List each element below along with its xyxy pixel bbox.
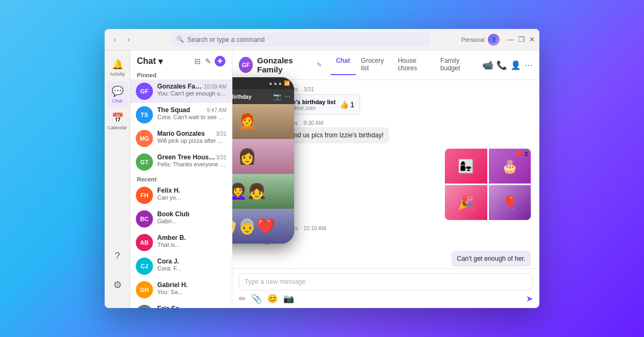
phone-signal: ▲▲▲ 📶 [268,80,290,86]
sidebar-item-calendar[interactable]: 📅 Calendar [107,108,128,134]
search-icon: 🔍 [177,36,184,43]
chat-item-felix[interactable]: FH Felix H. Can yo... [130,184,232,207]
phone-more-icon[interactable]: ⋯ [284,93,291,100]
chat-item-green-tree[interactable]: GT Green Tree House PTA 3/31 Felix: Than… [130,150,232,174]
calendar-icon: 📅 [112,112,123,124]
help-icon: ? [114,251,120,262]
chat-avatar-squad: TS [136,106,153,123]
chat-item-eric[interactable]: ES Eric So... Eric: C... [130,302,232,308]
sidebar-item-chat[interactable]: 💬 Chat [107,82,128,107]
minimize-button[interactable]: — [507,35,514,43]
chat-icon: 💬 [112,85,123,97]
message-input[interactable]: Type a new message [239,273,533,290]
nav-forward-button[interactable]: › [123,34,135,46]
video-cell-2: 👩 Cora J. [232,139,294,174]
video-cell-3: 👩‍🦱👧 Ashley U. [232,174,294,209]
phone-chat-title: Izabel's Birthday [232,94,252,100]
tab-chat[interactable]: Chat [331,55,356,75]
msg-body-3: 👩‍👧 🎂 🎉 🎈 ❤️ 3 [445,149,531,220]
video-person-4: 👴👵❤️ [232,209,294,244]
chat-avatar-amber: AB [136,234,153,251]
photo-cell-4: 🎈 [489,185,531,220]
tab-budget[interactable]: Family budget [435,55,478,75]
like-badge: 👍 1 [340,100,354,109]
chat-item-greentree-content: Green Tree House PTA 3/31 Felix: Thanks … [157,153,226,167]
close-button[interactable]: ✕ [529,35,535,43]
msg-body-5: Can't get enough of her. [451,251,531,267]
chat-avatar-greentree: GT [136,153,153,171]
add-people-button[interactable]: 👤 [510,60,521,70]
phone-status-bar: 10:10 ▲▲▲ 📶 [232,77,294,89]
thumbs-up-icon: 👍 [340,100,349,109]
chat-list-header: Chat ▾ ⊟ ✎ ✚ [130,50,232,70]
compose-button[interactable]: ✚ [215,56,225,67]
chat-item-the-squad[interactable]: TS The Squad 9:47 AM Cora: Can't wait to… [130,103,232,127]
chat-item-cora[interactable]: CJ Cora J. Cora: F... [130,254,232,278]
activity-icon: 🔔 [112,58,123,70]
emoji-button[interactable]: 😊 [267,294,278,304]
sidebar-item-activity[interactable]: 🔔 Activity [107,55,128,80]
phone-video-icon[interactable]: 📷 [273,93,281,100]
chat-item-gabriel[interactable]: GH Gabriel H. You: Sa... [130,278,232,302]
send-button[interactable]: ➤ [526,294,533,304]
nav-back-button[interactable]: ‹ [109,34,121,46]
new-chat-button[interactable]: ✎ [204,56,213,67]
msg-bubble-5: Can't get enough of her. [451,251,531,267]
nav-controls: ‹ › [109,34,135,46]
photo-react-badge: ❤️ 3 [515,151,528,158]
tab-chores[interactable]: House chores [392,55,435,75]
format-button[interactable]: ✏ [239,294,246,304]
chat-avatar-bookclub: BC [136,210,153,228]
chat-item-top: Gonzales Family 10:09 AM [157,83,226,90]
maximize-button[interactable]: ❐ [518,35,525,43]
chat-avatar-gabriel: GH [136,281,153,298]
search-bar[interactable]: 🔍 Search or type a command [171,33,429,47]
chat-input-actions: ✏ 📎 😊 📷 ➤ [239,294,533,304]
chat-item-amber[interactable]: AB Amber B. That is... [130,231,232,254]
video-person-3: 👩‍🦱👧 [232,174,294,209]
audio-call-button[interactable]: 📞 [496,60,507,70]
video-cell-1: 🧑‍🦰 Felix H. [232,104,294,139]
sidebar-item-settings[interactable]: ⚙ [107,273,128,298]
title-bar-right: Personal 👤 — ❐ ✕ [462,34,535,46]
video-call-button[interactable]: 📹 [482,60,493,70]
chat-item-bookclub[interactable]: BC Book Club Gabri... [130,207,232,231]
search-placeholder: Search or type a command [187,36,265,43]
attach-button[interactable]: 📎 [251,294,262,304]
chat-item-mario[interactable]: MG Mario Gonzales 3/31 Will pick up pizz… [130,127,232,150]
video-person-2: 👩 [232,139,294,174]
phone-overlay: 10:10 ▲▲▲ 📶 ‹ Izabel's Birthday 📷 ⋯ 🧑‍🦰 … [232,77,294,244]
photo-cell-3: 🎉 [445,185,487,220]
chat-avatar-felix: FH [136,187,153,204]
user-label: Personal [462,36,485,43]
phone-video-grid: 🧑‍🦰 Felix H. 👩 Cora J. 👩‍🦱👧 Ashley U. 👴👵… [232,104,294,244]
user-avatar[interactable]: 👤 [488,34,500,46]
chat-item-content: Gonzales Family 10:09 AM You: Can't get … [157,83,226,97]
video-cell-4: 👴👵❤️ Family ❤ [232,209,294,244]
window-controls: — ❐ ✕ [507,35,535,43]
chat-header: GF Gonzales Family ✎ Chat Grocery list H… [232,50,539,80]
tab-grocery[interactable]: Grocery list [356,55,393,75]
chat-item-mario-content: Mario Gonzales 3/31 Will pick up pizza a… [157,130,226,144]
photos-grid: 👩‍👧 🎂 🎉 🎈 ❤️ 3 [445,149,531,220]
chat-dropdown-icon[interactable]: ▾ [158,56,163,67]
filter-button[interactable]: ⊟ [193,56,202,67]
group-avatar: GF [239,57,253,73]
recent-section-label: Recent [130,174,232,184]
sidebar-bottom: ? ⚙ [107,244,128,304]
more-options-button[interactable]: ⋯ [524,60,533,70]
chat-main: 10:10 ▲▲▲ 📶 ‹ Izabel's Birthday 📷 ⋯ 🧑‍🦰 … [232,50,539,308]
chat-header-tabs: Chat Grocery list House chores Family bu… [331,55,478,75]
sidebar-item-calendar-label: Calendar [107,125,127,130]
main-layout: 🔔 Activity 💬 Chat 📅 Calendar ? ⚙ [105,50,539,308]
image-button[interactable]: 📷 [283,294,294,304]
chat-item-squad-content: The Squad 9:47 AM Cora: Can't wait to se… [157,106,226,120]
chat-avatar-mario: MG [136,130,153,147]
video-person-1: 🧑‍🦰 [232,104,294,139]
sidebar-item-help[interactable]: ? [107,244,128,269]
chat-item-gonzales-family[interactable]: GF Gonzales Family 10:09 AM You: Can't g… [130,79,232,103]
heart-icon: ❤️ [515,151,523,157]
title-bar: ‹ › 🔍 Search or type a command Personal … [105,29,539,50]
group-edit-icon[interactable]: ✎ [317,61,322,69]
group-name: Gonzales Family [257,56,312,74]
